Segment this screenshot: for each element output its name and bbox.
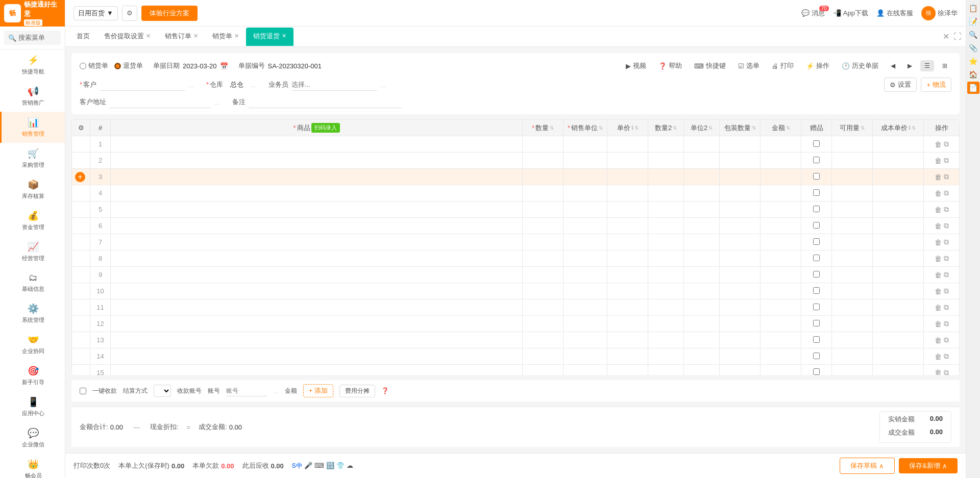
row-qty2-cell[interactable] xyxy=(648,365,684,375)
delete-row-btn[interactable]: 🗑 xyxy=(935,368,942,375)
row-unit2-cell[interactable] xyxy=(684,169,720,185)
row-qty2-cell[interactable] xyxy=(648,332,684,348)
gift-checkbox[interactable] xyxy=(813,353,820,359)
gift-checkbox[interactable] xyxy=(813,320,820,326)
sidebar-item-system[interactable]: ⚙️ 系统管理 xyxy=(0,298,65,329)
row-qty-cell[interactable] xyxy=(522,169,563,185)
one-click-checkbox[interactable] xyxy=(80,388,86,394)
copy-row-btn[interactable]: ⧉ xyxy=(944,238,949,246)
sidebar-item-guide[interactable]: 🎯 新手引导 xyxy=(0,360,65,391)
row-pack-cell[interactable] xyxy=(720,218,761,234)
row-avail-cell[interactable] xyxy=(832,202,873,218)
copy-row-btn[interactable]: ⧉ xyxy=(944,319,949,328)
row-gift-cell[interactable] xyxy=(801,218,832,234)
row-qty-cell[interactable] xyxy=(522,316,563,332)
sidebar-item-basic[interactable]: 🗂 基础信息 xyxy=(0,267,65,298)
row-avail-cell[interactable] xyxy=(832,365,873,375)
row-amount-cell[interactable] xyxy=(761,136,801,153)
row-amount-cell[interactable] xyxy=(761,365,801,375)
row-amount-cell[interactable] xyxy=(761,267,801,283)
copy-row-btn[interactable]: ⧉ xyxy=(944,189,949,197)
row-avail-cell[interactable] xyxy=(832,332,873,348)
account-picker[interactable]: ... xyxy=(273,387,279,395)
row-avail-cell[interactable] xyxy=(832,218,873,234)
row-amount-cell[interactable] xyxy=(761,332,801,348)
row-unit-cell[interactable] xyxy=(563,234,607,250)
row-unit-cell[interactable] xyxy=(563,332,607,348)
row-qty-cell[interactable] xyxy=(522,234,563,250)
delete-row-btn[interactable]: 🗑 xyxy=(935,221,942,230)
row-cost-cell[interactable] xyxy=(873,169,924,185)
close-tab-button[interactable]: ✕ xyxy=(943,32,949,41)
copy-row-btn[interactable]: ⧉ xyxy=(944,156,949,165)
delete-row-btn[interactable]: 🗑 xyxy=(935,254,942,263)
row-unit-cell[interactable] xyxy=(563,185,607,202)
customer-input[interactable] xyxy=(100,79,185,91)
row-unit2-cell[interactable] xyxy=(684,267,720,283)
row-avail-cell[interactable] xyxy=(832,348,873,365)
row-pack-cell[interactable] xyxy=(720,202,761,218)
rp-btn-6[interactable]: 🏠 xyxy=(967,68,979,81)
row-avail-cell[interactable] xyxy=(832,185,873,202)
delete-row-btn[interactable]: 🗑 xyxy=(935,287,942,295)
payment-help-icon[interactable]: ❓ xyxy=(381,387,389,394)
row-cost-cell[interactable] xyxy=(873,250,924,267)
row-qty-cell[interactable] xyxy=(522,250,563,267)
product-input[interactable] xyxy=(114,173,519,181)
remark-input[interactable] xyxy=(249,96,402,108)
row-unit2-cell[interactable] xyxy=(684,234,720,250)
settlement-select[interactable] xyxy=(154,385,171,397)
row-pack-cell[interactable] xyxy=(720,283,761,299)
row-price-cell[interactable] xyxy=(607,234,648,250)
gift-checkbox[interactable] xyxy=(813,287,820,294)
rp-btn-3[interactable]: 🔍 xyxy=(967,29,979,41)
add-row-btn[interactable]: + xyxy=(75,172,85,182)
shortcut-btn[interactable]: ⌨ 快捷键 xyxy=(690,59,730,72)
copy-row-btn[interactable]: ⧉ xyxy=(944,172,949,181)
row-qty2-cell[interactable] xyxy=(648,250,684,267)
delete-row-btn[interactable]: 🗑 xyxy=(935,336,942,344)
row-unit-cell[interactable] xyxy=(563,316,607,332)
row-price-cell[interactable] xyxy=(607,202,648,218)
trial-button[interactable]: 体验行业方案 xyxy=(141,6,198,21)
online-service-button[interactable]: 👤 在线客服 xyxy=(876,9,913,18)
row-product-cell[interactable] xyxy=(111,202,523,218)
history-btn[interactable]: 🕐 历史单据 xyxy=(838,59,883,72)
row-qty2-cell[interactable] xyxy=(648,153,684,169)
row-pack-cell[interactable] xyxy=(720,136,761,153)
row-gift-cell[interactable] xyxy=(801,234,832,250)
row-qty2-cell[interactable] xyxy=(648,316,684,332)
tab-return-close[interactable]: ✕ xyxy=(282,33,286,39)
tab-sales-order[interactable]: 销售订单 ✕ xyxy=(158,28,205,46)
operate-btn[interactable]: ⚡ 操作 xyxy=(802,59,834,72)
row-qty2-cell[interactable] xyxy=(648,202,684,218)
row-pack-cell[interactable] xyxy=(720,169,761,185)
row-price-cell[interactable] xyxy=(607,250,648,267)
row-gift-cell[interactable] xyxy=(801,169,832,185)
tab-home[interactable]: 首页 xyxy=(69,28,97,46)
radio-sale[interactable]: 销货单 xyxy=(80,61,108,70)
salesperson-input[interactable] xyxy=(291,79,377,91)
row-qty-cell[interactable] xyxy=(522,153,563,169)
row-price-cell[interactable] xyxy=(607,332,648,348)
delete-row-btn[interactable]: 🗑 xyxy=(935,172,942,181)
copy-row-btn[interactable]: ⧉ xyxy=(944,287,949,295)
row-gift-cell[interactable] xyxy=(801,365,832,375)
row-cost-cell[interactable] xyxy=(873,348,924,365)
row-product-cell[interactable] xyxy=(111,299,523,316)
row-avail-cell[interactable] xyxy=(832,250,873,267)
row-qty2-cell[interactable] xyxy=(648,169,684,185)
unit-sort-icon[interactable]: ⇅ xyxy=(599,125,603,131)
video-btn[interactable]: ▶ 视频 xyxy=(622,59,650,72)
warehouse-picker[interactable]: ... xyxy=(251,81,256,89)
gift-checkbox[interactable] xyxy=(813,206,820,212)
row-price-cell[interactable] xyxy=(607,136,648,153)
row-price-cell[interactable] xyxy=(607,153,648,169)
sidebar-item-finance[interactable]: 💰 资金管理 xyxy=(0,205,65,236)
tab-sales-return[interactable]: 销货退货 ✕ xyxy=(246,28,293,46)
row-gift-cell[interactable] xyxy=(801,299,832,316)
avail-sort-icon[interactable]: ⇅ xyxy=(861,125,865,131)
row-unit2-cell[interactable] xyxy=(684,348,720,365)
row-gift-cell[interactable] xyxy=(801,185,832,202)
row-price-cell[interactable] xyxy=(607,348,648,365)
